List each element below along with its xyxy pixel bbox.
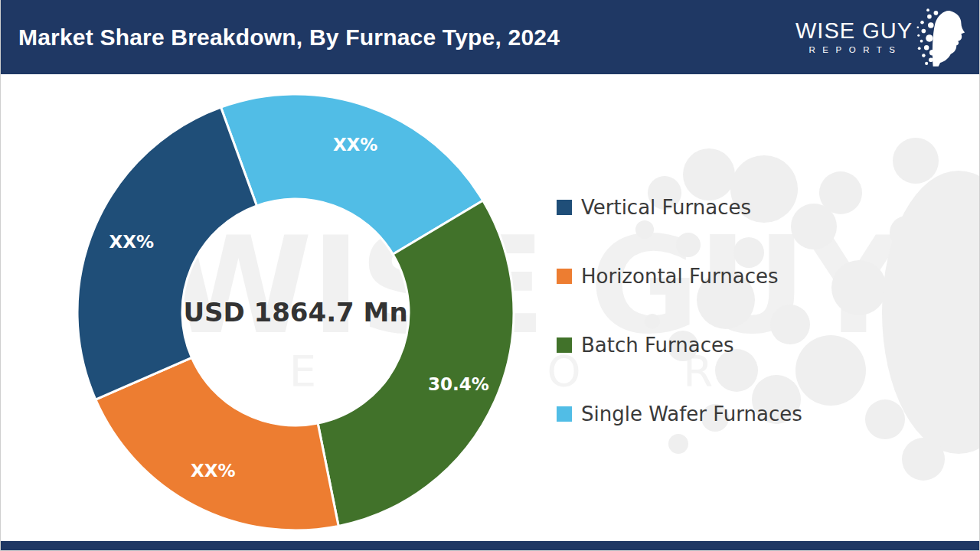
legend-item-single-wafer-furnaces: Single Wafer Furnaces (557, 403, 802, 425)
legend-swatch (557, 200, 572, 215)
slice-value-label: XX% (333, 135, 378, 155)
donut-center-value: USD 1864.7 Mn (183, 297, 407, 328)
infographic-page: Market Share Breakdown, By Furnace Type,… (0, 0, 980, 551)
donut-slice-vertical-furnaces (77, 107, 256, 399)
legend-swatch (557, 406, 572, 422)
logo-reports-text: REPORTS (806, 45, 903, 54)
header-bar: Market Share Breakdown, By Furnace Type,… (0, 0, 980, 74)
logo-wiseguy-text: WISE GUY (795, 20, 913, 42)
legend-item-vertical-furnaces: Vertical Furnaces (557, 196, 802, 219)
logo-face-icon (916, 7, 966, 68)
legend-swatch (557, 269, 572, 284)
donut-slice-batch-furnaces (318, 201, 514, 526)
slice-value-label: XX% (109, 232, 155, 252)
legend-label: Batch Furnaces (581, 335, 734, 355)
legend-swatch (557, 337, 572, 353)
legend-item-batch-furnaces: Batch Furnaces (557, 334, 802, 357)
legend-label: Vertical Furnaces (581, 197, 751, 217)
legend: Vertical FurnacesHorizontal FurnacesBatc… (557, 196, 802, 425)
slice-value-label: 30.4% (428, 374, 489, 394)
donut-chart: XX%30.4%XX%XX% USD 1864.7 Mn (0, 0, 980, 551)
legend-item-horizontal-furnaces: Horizontal Furnaces (557, 265, 802, 288)
legend-label: Single Wafer Furnaces (581, 404, 802, 424)
footer-bar (0, 541, 980, 551)
page-title: Market Share Breakdown, By Furnace Type,… (18, 24, 560, 51)
wiseguy-logo: WISE GUY REPORTS (795, 7, 966, 68)
legend-label: Horizontal Furnaces (581, 266, 779, 286)
slice-value-label: XX% (191, 461, 236, 481)
